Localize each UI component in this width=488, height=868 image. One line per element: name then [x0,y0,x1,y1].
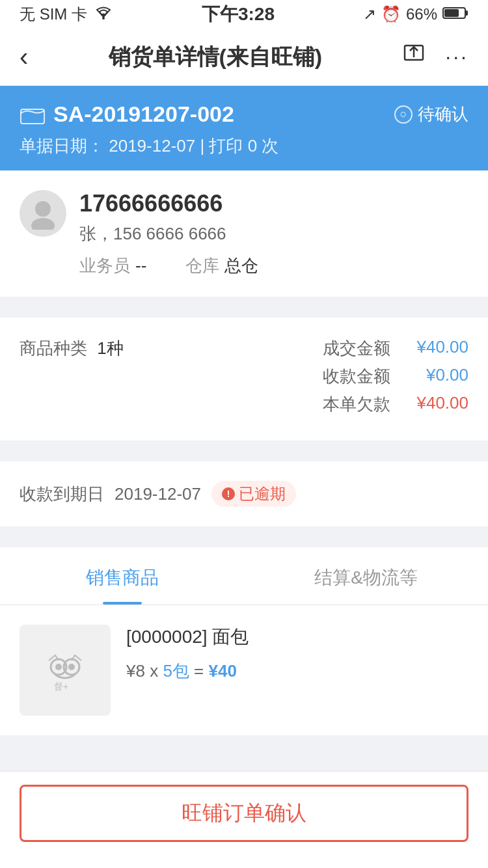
salesman-label: 业务员 [79,254,130,277]
product-info: [0000002] 面包 ¥8 x 5包 = ¥40 [126,625,468,683]
page-title: 销货单详情(来自旺铺) [109,42,323,72]
salesman-value: -- [135,256,146,276]
kind-count: 1种 [97,338,123,358]
tab-settlement[interactable]: 结算&物流等 [244,547,488,604]
svg-point-11 [55,664,62,670]
status-right: ↗ ⏰ 66% [363,5,468,23]
customer-name: 张，156 6666 6666 [79,223,468,245]
warehouse-label: 仓库 [185,254,219,277]
svg-point-8 [31,218,55,230]
customer-info: 17666666666 张，156 6666 6666 业务员 -- 仓库 总仓 [79,190,468,277]
warehouse-item: 仓库 总仓 [185,254,258,277]
divider-2 [0,451,488,461]
svg-rect-3 [444,9,459,17]
battery-icon [442,5,468,23]
stat-val-2: ¥0.00 [426,365,468,388]
warehouse-value: 总仓 [224,254,258,277]
product-name: [0000002] 面包 [126,625,468,649]
confirm-order-button[interactable]: 旺铺订单确认 [20,785,468,842]
product-code: [0000002] [126,627,208,647]
product-price-row: ¥8 x 5包 = ¥40 [126,660,468,683]
svg-point-0 [102,17,105,20]
stats-card: 商品种类 1种 成交金额 ¥40.00 收款金额 ¥0.00 本单欠款 ¥40.… [0,318,488,441]
product-thumbnail: 督+ [20,625,111,716]
no-sim-text: 无 SIM 卡 [20,4,87,25]
battery-text: 66% [406,5,437,23]
customer-phone: 17666666666 [79,190,468,217]
clock-icon: ○ [394,105,413,124]
stat-row-1: 成交金额 ¥40.00 [323,337,468,360]
tab-sales-product[interactable]: 销售商品 [0,547,244,604]
kind-label: 商品种类 [20,338,87,358]
tabs-bar: 销售商品 结算&物流等 [0,547,488,605]
bottom-bar: 旺铺订单确认 [0,771,488,868]
order-header-card: SA-20191207-002 ○ 待确认 单据日期： 2019-12-07 |… [0,86,488,170]
order-status-badge: ○ 待确认 [394,103,468,126]
location-icon: ↗ [363,5,376,23]
unit-price: ¥8 x [126,661,163,681]
status-text: 待确认 [418,103,468,126]
product-card: 督+ [0000002] 面包 ¥8 x 5包 = ¥40 [0,605,488,735]
order-icon [20,102,46,127]
product-total: ¥40 [208,661,236,681]
svg-point-12 [68,664,75,670]
status-bar: 无 SIM 卡 下午3:28 ↗ ⏰ 66% [0,0,488,29]
order-id: SA-20191207-002 [20,102,234,127]
due-date-value: 2019-12-07 [115,484,201,504]
customer-avatar [20,190,66,237]
overdue-badge: ! 已逾期 [211,481,296,507]
more-icon[interactable]: ··· [445,45,468,69]
svg-point-7 [35,201,51,217]
divider-1 [0,307,488,318]
svg-text:督+: 督+ [54,681,68,692]
stat-row-2: 收款金额 ¥0.00 [323,365,468,388]
status-time: 下午3:28 [202,2,275,27]
overdue-icon: ! [222,487,235,500]
stat-val-3: ¥40.00 [416,393,468,416]
status-left: 无 SIM 卡 [20,4,113,25]
overdue-text: 已逾期 [239,483,286,504]
stat-name-3: 本单欠款 [323,393,390,416]
divider-3 [0,537,488,547]
stat-name-2: 收款金额 [323,365,390,388]
stat-row-3: 本单欠款 ¥40.00 [323,393,468,416]
nav-actions: ··· [402,43,468,72]
stats-right: 成交金额 ¥40.00 收款金额 ¥0.00 本单欠款 ¥40.00 [323,337,468,421]
product-qty: 5包 [163,661,189,681]
share-icon[interactable] [402,43,426,72]
stat-name-1: 成交金额 [323,337,390,360]
order-date-row: 单据日期： 2019-12-07 | 打印 0 次 [20,135,468,157]
svg-rect-2 [465,10,468,16]
salesman-item: 业务员 -- [79,254,146,277]
stat-val-1: ¥40.00 [416,337,468,360]
due-label: 收款到期日 [20,483,104,506]
customer-card: 17666666666 张，156 6666 6666 业务员 -- 仓库 总仓 [0,170,488,297]
customer-meta: 业务员 -- 仓库 总仓 [79,254,468,277]
product-title: 面包 [212,627,249,647]
alarm-icon: ⏰ [381,5,401,23]
back-button[interactable]: ‹ [20,42,28,72]
wifi-icon [94,5,113,23]
stats-left: 商品种类 1种 [20,337,124,360]
due-date-card: 收款到期日 2019-12-07 ! 已逾期 [0,461,488,526]
nav-bar: ‹ 销货单详情(来自旺铺) ··· [0,29,488,86]
